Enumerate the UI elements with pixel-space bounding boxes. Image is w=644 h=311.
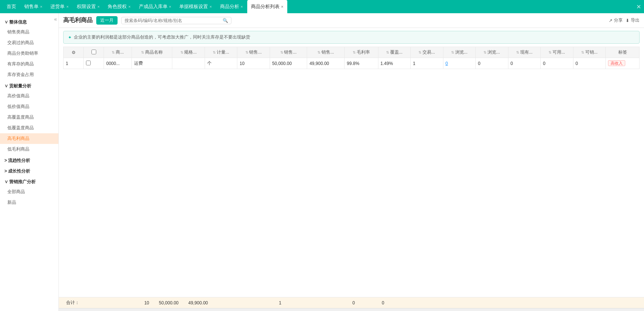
row-name: 运费 xyxy=(132,58,172,69)
search-box: 🔍 xyxy=(121,17,231,24)
col-销售---[interactable]: 销售... xyxy=(270,47,307,58)
content-area: 高毛利商品 近一月 🔍 ↗ 分享 ⬇ 导出 ✦ 企业的主要的利润都是这部分商品创… xyxy=(59,13,644,311)
info-banner: ✦ 企业的主要的利润都是这部分商品创造的，可考虑加大推广，同时关注库存是不要出现… xyxy=(63,31,640,44)
row-checkbox[interactable] xyxy=(84,58,104,69)
nav-close-icon[interactable]: × xyxy=(169,4,171,9)
sidebar-item-低价值商品[interactable]: 低价值商品 xyxy=(0,101,58,112)
nav-close-icon[interactable]: × xyxy=(241,4,243,9)
nav-item-进货单[interactable]: 进货单× xyxy=(47,0,72,13)
row-current: 0 xyxy=(508,58,541,69)
nav-item-权限设置[interactable]: 权限设置× xyxy=(73,0,103,13)
col--: ⚙ xyxy=(64,47,84,58)
nav-close-icon[interactable]: × xyxy=(97,4,100,9)
bottom-scrollbar[interactable] xyxy=(59,308,644,311)
sidebar-item-新品[interactable]: 新品 xyxy=(0,197,58,208)
sidebar-item-商品分类助销率[interactable]: 商品分类助销率 xyxy=(0,48,58,59)
col-覆盖---[interactable]: 覆盖... xyxy=(378,47,411,58)
row-spec xyxy=(172,58,205,69)
nav-item-首页[interactable]: 首页 xyxy=(3,0,20,13)
nav-item-商品分析列表[interactable]: 商品分析列表× xyxy=(247,0,287,13)
sidebar-group-营销推广分析[interactable]: ∨ 营销推广分析 xyxy=(0,176,58,187)
sidebar-item-高覆盖度商品[interactable]: 高覆盖度商品 xyxy=(0,112,58,123)
sidebar-group-流趋性分析[interactable]: > 流趋性分析 xyxy=(0,155,58,165)
nav-item-产成品入库单[interactable]: 产成品入库单× xyxy=(135,0,175,13)
sidebar-item-交易过的商品[interactable]: 交易过的商品 xyxy=(0,37,58,48)
row-sellable: 0 xyxy=(573,58,606,69)
row-tag: 高收入 xyxy=(606,58,640,69)
export-icon: ⬇ xyxy=(626,18,629,23)
footer-total-sales1: 10 xyxy=(107,300,151,305)
col-规格---[interactable]: 规格... xyxy=(172,47,205,58)
nav-item-角色授权[interactable]: 角色授权× xyxy=(104,0,134,13)
row-index: 1 xyxy=(64,58,84,69)
sidebar-item-全部商品[interactable]: 全部商品 xyxy=(0,187,58,197)
export-button[interactable]: ⬇ 导出 xyxy=(626,17,640,23)
content-header: 高毛利商品 近一月 🔍 ↗ 分享 ⬇ 导出 xyxy=(59,13,644,28)
row-checkbox-input[interactable] xyxy=(86,61,91,65)
row-gross-margin: 99.8% xyxy=(345,58,378,69)
filter-recent-month-button[interactable]: 近一月 xyxy=(96,16,118,25)
col-销售---[interactable]: 销售... xyxy=(307,47,345,58)
nav-close-icon[interactable]: × xyxy=(66,4,68,9)
search-icon[interactable]: 🔍 xyxy=(223,18,228,23)
share-icon: ↗ xyxy=(609,18,612,23)
header-actions: ↗ 分享 ⬇ 导出 xyxy=(609,17,640,23)
row-views1[interactable]: 0 xyxy=(443,58,476,69)
select-all-checkbox[interactable] xyxy=(91,50,96,54)
sidebar-group-贡献量分析[interactable]: ∨ 贡献量分析 xyxy=(0,80,58,91)
col-浏览---[interactable]: 浏览... xyxy=(443,47,476,58)
col-可用---[interactable]: 可用... xyxy=(541,47,573,58)
footer-total-sales2: 50,000.00 xyxy=(151,300,181,305)
search-input[interactable] xyxy=(125,18,221,23)
row-sales-qty: 10 xyxy=(237,58,270,69)
total-label: 合计： xyxy=(63,300,107,306)
table-container: ⚙商...商品名称规格...计量...销售...销售...销售...毛利率覆盖.… xyxy=(59,47,644,297)
nav-close-icon[interactable]: × xyxy=(40,4,42,9)
sidebar-item-高价值商品[interactable]: 高价值商品 xyxy=(0,91,58,101)
footer-total: 合计： 10 50,000.00 49,900.00 1 0 0 xyxy=(59,297,644,308)
nav-item-商品分析[interactable]: 商品分析× xyxy=(216,0,247,13)
close-window-button[interactable]: ✕ xyxy=(636,3,641,10)
sidebar-item-有库存的商品[interactable]: 有库存的商品 xyxy=(0,59,58,69)
sidebar-collapse-button[interactable]: « xyxy=(54,16,57,22)
nav-item-销售单[interactable]: 销售单× xyxy=(21,0,46,13)
col-销售---[interactable]: 销售... xyxy=(237,47,270,58)
sidebar-group-成长性分析[interactable]: > 成长性分析 xyxy=(0,165,58,176)
page-title: 高毛利商品 xyxy=(63,17,93,24)
sidebar: « ∨ 整体信息销售类商品交易过的商品商品分类助销率有库存的商品库存资金占用∨ … xyxy=(0,13,59,311)
col- xyxy=(84,47,104,58)
footer-total-current: 0 xyxy=(284,300,357,305)
share-button[interactable]: ↗ 分享 xyxy=(609,17,623,23)
col-交易---[interactable]: 交易... xyxy=(411,47,443,58)
table-row: 10000...运费个1050,000.0049,900.0099.8%1.49… xyxy=(64,58,640,69)
footer-total-sales3: 49,900.00 xyxy=(181,300,210,305)
sidebar-item-低毛利商品[interactable]: 低毛利商品 xyxy=(0,144,58,155)
tag-badge: 高收入 xyxy=(608,60,625,66)
col-毛利率[interactable]: 毛利率 xyxy=(345,47,378,58)
sidebar-group-整体信息[interactable]: ∨ 整体信息 xyxy=(0,16,58,27)
col-可销---[interactable]: 可销... xyxy=(573,47,606,58)
row-available: 0 xyxy=(541,58,573,69)
col-计量---[interactable]: 计量... xyxy=(205,47,237,58)
col-商品名称[interactable]: 商品名称 xyxy=(132,47,172,58)
col-标签: 标签 xyxy=(606,47,640,58)
col-现有---[interactable]: 现有... xyxy=(508,47,541,58)
row-views2: 0 xyxy=(476,58,508,69)
data-table: ⚙商...商品名称规格...计量...销售...销售...销售...毛利率覆盖.… xyxy=(63,47,640,69)
row-coverage: 1.49% xyxy=(378,58,411,69)
nav-item-单据模板设置[interactable]: 单据模板设置× xyxy=(176,0,215,13)
nav-close-icon[interactable]: × xyxy=(209,4,212,9)
link-row-views1[interactable]: 0 xyxy=(446,61,448,66)
nav-close-icon[interactable]: × xyxy=(128,4,130,9)
col-浏览---[interactable]: 浏览... xyxy=(476,47,508,58)
footer-total-available: 0 xyxy=(357,300,386,305)
sidebar-item-低覆盖度商品[interactable]: 低覆盖度商品 xyxy=(0,123,58,133)
nav-close-icon[interactable]: × xyxy=(281,4,283,9)
info-icon: ✦ xyxy=(68,35,72,40)
sidebar-item-高毛利商品[interactable]: 高毛利商品 xyxy=(0,133,58,144)
col-商---[interactable]: 商... xyxy=(104,47,132,58)
sidebar-item-销售类商品[interactable]: 销售类商品 xyxy=(0,27,58,37)
row-sku: 0000... xyxy=(104,58,132,69)
sidebar-item-库存资金占用[interactable]: 库存资金占用 xyxy=(0,69,58,80)
top-navigation: 首页销售单×进货单×权限设置×角色授权×产成品入库单×单据模板设置×商品分析×商… xyxy=(0,0,644,13)
